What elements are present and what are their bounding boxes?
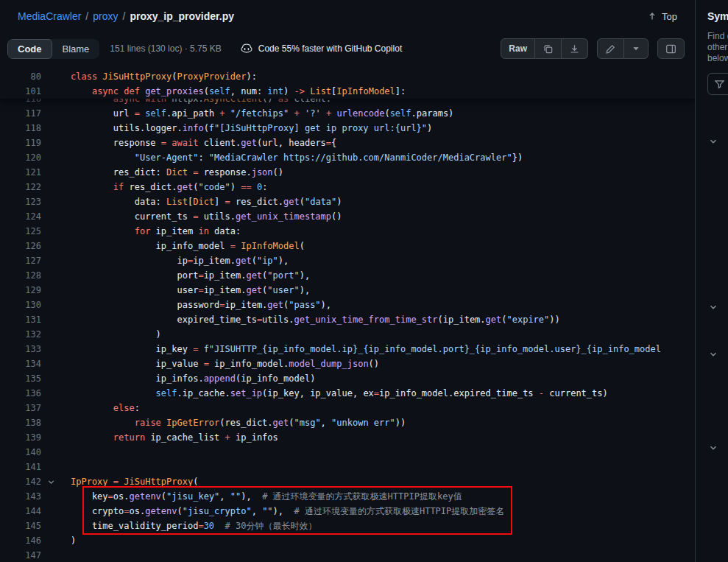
chevron-down-icon [708, 349, 718, 359]
line-number[interactable]: 142 [0, 474, 41, 489]
line-number[interactable]: 146 [0, 533, 41, 548]
fold-space [41, 415, 71, 430]
line-number[interactable]: 143 [0, 489, 41, 504]
back-to-top-button[interactable]: Top [647, 11, 677, 22]
line-number[interactable]: 144 [0, 504, 41, 519]
github-file-view: MediaCrawler / proxy / proxy_ip_provider… [0, 0, 728, 562]
pencil-icon [605, 43, 616, 55]
breadcrumb-repo-link[interactable]: MediaCrawler [18, 10, 81, 22]
symbol-tree-toggle[interactable] [706, 440, 721, 455]
code-line: 136 self.ip_cache.set_ip(ip_key, ip_valu… [0, 386, 695, 401]
line-number[interactable]: 126 [0, 239, 41, 253]
fold-space [41, 268, 71, 283]
code-line: 146) [0, 533, 695, 548]
line-number[interactable]: 135 [0, 371, 41, 386]
line-number[interactable]: 119 [0, 136, 41, 150]
edit-button[interactable] [597, 38, 624, 59]
symbols-panel-description: Find definitions and references for func… [707, 31, 728, 64]
line-number[interactable]: 131 [0, 312, 41, 327]
sticky-scope-lines: 80class JiSuHttpProxy(ProxyProvider):101… [0, 65, 695, 99]
symbols-panel-title: Symbols [707, 10, 728, 22]
code-line: 126 ip_info_model = IpInfoModel( [0, 239, 695, 253]
copilot-banner[interactable]: Code 55% faster with GitHub Copilot [241, 43, 402, 55]
line-number[interactable]: 101 [0, 84, 41, 99]
tab-blame[interactable]: Blame [52, 39, 100, 59]
line-number[interactable]: 147 [0, 548, 41, 562]
line-number[interactable]: 133 [0, 342, 41, 356]
breadcrumb-separator: / [85, 10, 88, 22]
tab-code[interactable]: Code [7, 39, 52, 59]
code-text: self.ip_cache.set_ip(ip_key, ip_value, e… [71, 386, 608, 401]
line-number[interactable]: 130 [0, 298, 41, 312]
code-line: 127 ip=ip_item.get("ip"), [0, 253, 695, 268]
fold-space [41, 460, 71, 474]
code-text: key=os.getenv("jisu_key", ""), # 通过环境变量的… [71, 489, 462, 504]
fold-space [41, 312, 71, 327]
line-number[interactable]: 121 [0, 165, 41, 180]
code-lines: 116 async with httpx.AsyncClient() as cl… [0, 91, 695, 562]
code-line: 124 current_ts = utils.get_unix_timestam… [0, 209, 695, 224]
breadcrumb-folder-link[interactable]: proxy [93, 10, 118, 22]
fold-space [41, 371, 71, 386]
up-arrow-icon [647, 11, 657, 21]
code-line: 138 raise IpGetError(res_dict.get("msg",… [0, 415, 695, 430]
symbols-desc-line: other symbols in this file by clicking a… [707, 42, 728, 53]
symbols-filter-field[interactable] [707, 73, 728, 95]
code-text: if res_dict.get("code") == 0: [71, 180, 267, 194]
line-number[interactable]: 139 [0, 430, 41, 445]
line-number[interactable]: 141 [0, 460, 41, 474]
line-number[interactable]: 123 [0, 194, 41, 209]
line-number[interactable]: 80 [0, 69, 41, 84]
raw-copy-download-group: Raw [501, 38, 588, 59]
raw-button[interactable]: Raw [501, 38, 535, 59]
code-text: ip_info_model = IpInfoModel( [71, 239, 305, 253]
line-number[interactable]: 129 [0, 283, 41, 298]
symbol-tree-toggle[interactable] [706, 347, 721, 362]
code-text: url = self.api_path + "/fetchips" + '?' … [71, 106, 453, 121]
fold-space [41, 401, 71, 415]
main-column: MediaCrawler / proxy / proxy_ip_provider… [0, 0, 695, 562]
chevron-down-icon [632, 44, 640, 53]
line-number[interactable]: 128 [0, 268, 41, 283]
code-line: 125 for ip_item in data: [0, 224, 695, 239]
line-number[interactable]: 120 [0, 150, 41, 165]
code-blame-switcher: Code Blame [7, 39, 99, 59]
sidebar-panel-icon [665, 43, 676, 55]
code-text: utils.logger.info(f"[JiSuHttpProxy] get … [71, 121, 432, 136]
fold-space [41, 136, 71, 150]
line-number[interactable]: 122 [0, 180, 41, 194]
code-text: ip_infos.append(ip_info_model) [71, 371, 315, 386]
fold-space [41, 489, 71, 504]
code-line: 144 crypto=os.getenv("jisu_crypto", ""),… [0, 504, 695, 519]
line-number[interactable]: 136 [0, 386, 41, 401]
symbol-tree-toggle[interactable] [706, 134, 721, 149]
line-number[interactable]: 137 [0, 401, 41, 415]
download-button[interactable] [562, 38, 588, 59]
code-line: 129 user=ip_item.get("user"), [0, 283, 695, 298]
fold-space [41, 283, 71, 298]
line-number[interactable]: 124 [0, 209, 41, 224]
line-number[interactable]: 117 [0, 106, 41, 121]
code-text: res_dict: Dict = response.json() [71, 165, 283, 180]
fold-chevron-icon[interactable] [41, 474, 71, 489]
edit-dropdown-button[interactable] [624, 38, 649, 59]
fold-space [41, 548, 71, 562]
symbol-tree-toggle[interactable] [706, 300, 721, 315]
line-number[interactable]: 118 [0, 121, 41, 136]
line-number[interactable]: 125 [0, 224, 41, 239]
symbols-panel-toggle[interactable] [657, 38, 685, 59]
line-number[interactable]: 138 [0, 415, 41, 430]
fold-space [41, 69, 71, 84]
line-number[interactable]: 134 [0, 356, 41, 371]
line-number[interactable]: 127 [0, 253, 41, 268]
fold-space [41, 121, 71, 136]
fold-space [41, 209, 71, 224]
line-number[interactable]: 132 [0, 327, 41, 342]
copy-button[interactable] [535, 38, 562, 59]
fold-space [41, 84, 71, 99]
filter-funnel-icon [714, 79, 725, 90]
line-number[interactable]: 145 [0, 519, 41, 533]
code-line: 141 [0, 460, 695, 474]
line-number[interactable]: 140 [0, 445, 41, 460]
chevron-down-icon [708, 302, 718, 312]
